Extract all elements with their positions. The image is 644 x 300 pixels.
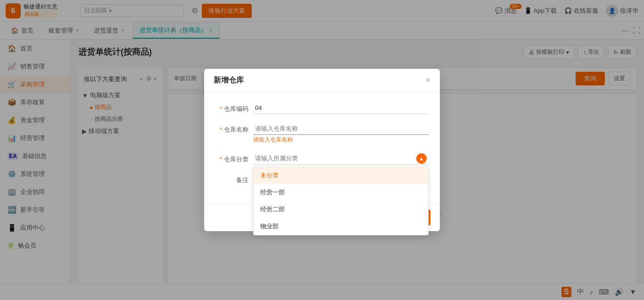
note-label: 备注 — [215, 173, 248, 184]
code-label: * 仓库编码 — [215, 102, 248, 113]
dialog-header: 新增仓库 × — [204, 69, 440, 92]
category-dropdown-list: 未分类 经营一部 经营二部 物业部 — [253, 167, 429, 235]
category-select-wrapper: ▲ 未分类 经营一部 经营二部 物业部 — [253, 152, 429, 165]
code-field — [253, 102, 429, 114]
code-input[interactable] — [253, 102, 429, 114]
category-label: * 仓库分类 — [215, 152, 248, 164]
category-field: ▲ 未分类 经营一部 经营二部 物业部 — [253, 152, 429, 165]
name-field-row: * 仓库名称 请输入仓库名称 — [215, 123, 429, 144]
modal-overlay: 新增仓库 × * 仓库编码 * 仓库名称 — [0, 0, 644, 300]
name-error-msg: 请输入仓库名称 — [253, 136, 429, 144]
dropdown-item-dept3[interactable]: 物业部 — [254, 218, 428, 235]
dialog-title: 新增仓库 — [214, 75, 244, 85]
category-input[interactable] — [253, 152, 429, 165]
dialog-body: * 仓库编码 * 仓库名称 请输入仓库名称 — [204, 92, 440, 203]
name-input[interactable] — [253, 123, 429, 135]
dropdown-item-uncategorized[interactable]: 未分类 — [254, 167, 428, 184]
name-label: * 仓库名称 — [215, 123, 248, 134]
name-field: 请输入仓库名称 — [253, 123, 429, 144]
category-field-row: * 仓库分类 ▲ 未分类 经营一部 经营二部 物业部 — [215, 152, 429, 165]
dropdown-item-dept2[interactable]: 经营二部 — [254, 201, 428, 218]
dialog-close-button[interactable]: × — [425, 75, 430, 85]
code-field-row: * 仓库编码 — [215, 102, 429, 114]
category-dropdown-arrow[interactable]: ▲ — [416, 153, 427, 164]
new-warehouse-dialog: 新增仓库 × * 仓库编码 * 仓库名称 — [204, 69, 440, 231]
dropdown-item-dept1[interactable]: 经营一部 — [254, 184, 428, 201]
